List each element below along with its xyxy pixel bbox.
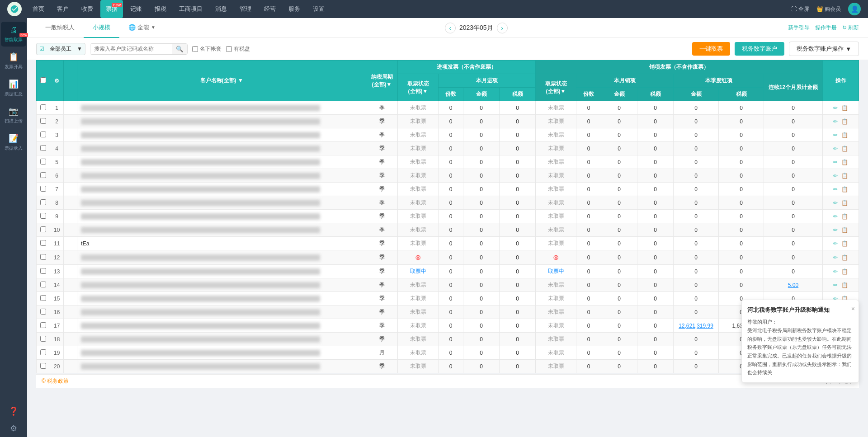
edit-icon[interactable]: ✏	[833, 240, 838, 247]
edit-icon[interactable]: ✏	[833, 200, 838, 206]
nav-settings[interactable]: 设置	[307, 0, 330, 18]
row-checkbox[interactable]	[40, 254, 46, 260]
edit-icon[interactable]: ✏	[833, 132, 838, 138]
th-tax-period[interactable]: 纳税周期(全部)▼	[366, 61, 398, 101]
copy-icon[interactable]: 📋	[841, 118, 848, 125]
row-checkbox[interactable]	[40, 118, 46, 124]
copy-icon[interactable]: 📋	[841, 146, 848, 152]
subordinate-accounts-checkbox[interactable]: 名下帐套	[192, 45, 222, 53]
row-checkbox[interactable]	[40, 132, 46, 137]
row-checkbox[interactable]	[40, 309, 46, 315]
staff-selector[interactable]: ☑ 全部员工 ▼	[36, 43, 85, 55]
client-search-input[interactable]	[90, 44, 172, 54]
edit-icon[interactable]: ✏	[833, 173, 838, 179]
row-checkbox[interactable]	[40, 349, 46, 355]
edit-icon[interactable]: ✏	[833, 105, 838, 111]
digital-account-op-btn[interactable]: 税务数字账户操作 ▼	[789, 42, 859, 56]
tab-all[interactable]: 🌐 全能 ▼	[119, 18, 165, 38]
prev-month-btn[interactable]: ‹	[445, 23, 456, 33]
row-checkbox[interactable]	[40, 336, 46, 342]
nav-manage[interactable]: 管理	[234, 0, 257, 18]
copy-icon[interactable]: 📋	[841, 186, 848, 193]
row-checkbox[interactable]	[40, 199, 46, 205]
nav-industry[interactable]: 工商项目	[174, 0, 208, 18]
notification-close-btn[interactable]: ×	[851, 304, 855, 314]
digital-account-btn[interactable]: 税务数字账户	[735, 42, 784, 56]
sidebar-item-entry[interactable]: 📝 票据录入	[1, 130, 26, 155]
row-checkbox[interactable]	[40, 268, 46, 274]
sidebar-item-settings[interactable]: ⚙	[1, 420, 26, 437]
one-click-fetch-btn[interactable]: 一键取票	[692, 42, 730, 56]
row-in-amount-cell: 0	[463, 196, 500, 210]
copy-icon[interactable]: 📋	[841, 159, 848, 165]
row-in-amount-cell: 0	[463, 169, 500, 183]
tab-general[interactable]: 一般纳税人	[36, 18, 84, 38]
row-in-amount-cell: 0	[463, 237, 500, 250]
edit-icon[interactable]: ✏	[833, 118, 838, 125]
select-all-checkbox[interactable]	[40, 77, 46, 83]
new-guide-link[interactable]: 新手引导	[788, 24, 810, 32]
copy-icon[interactable]: 📋	[841, 200, 848, 206]
manual-link[interactable]: 操作手册	[815, 24, 837, 32]
row-checkbox[interactable]	[40, 363, 46, 369]
edit-icon[interactable]: ✏	[833, 282, 838, 288]
refresh-link[interactable]: ↻ 刷新	[842, 24, 859, 32]
nav-service[interactable]: 服务	[283, 0, 306, 18]
edit-icon[interactable]: ✏	[833, 159, 838, 165]
edit-icon[interactable]: ✏	[833, 227, 838, 233]
pending-status: 未取票	[548, 104, 564, 111]
copy-icon[interactable]: 📋	[841, 173, 848, 179]
row-checkbox[interactable]	[40, 213, 46, 219]
nav-ticket[interactable]: 票据 new	[100, 0, 123, 18]
member-btn[interactable]: 👑 购会员	[816, 5, 841, 13]
copy-icon[interactable]: 📋	[841, 282, 848, 288]
column-settings-icon[interactable]: ⚙	[54, 78, 59, 84]
nav-home[interactable]: 首页	[27, 0, 50, 18]
row-out-count-cell: 0	[576, 237, 601, 250]
client-search-button[interactable]: 🔍	[172, 44, 187, 54]
th-out-status[interactable]: 取票状态(全部)▼	[536, 74, 576, 101]
nav-accounting[interactable]: 记账	[125, 0, 147, 18]
copy-icon[interactable]: 📋	[841, 254, 848, 261]
copy-icon[interactable]: 📋	[841, 213, 848, 220]
th-in-status[interactable]: 取票状态(全部)▼	[398, 74, 439, 101]
nav-tax[interactable]: 报税	[149, 0, 172, 18]
sidebar-item-scan[interactable]: 📷 扫描上传	[1, 103, 26, 128]
sidebar-item-help[interactable]: ❓	[1, 403, 26, 420]
edit-icon[interactable]: ✏	[833, 213, 838, 220]
row-checkbox[interactable]	[40, 172, 46, 178]
edit-icon[interactable]: ✏	[833, 146, 838, 152]
nav-operation[interactable]: 经营	[259, 0, 281, 18]
copy-icon[interactable]: 📋	[841, 268, 848, 275]
edit-icon[interactable]: ✏	[833, 186, 838, 193]
nav-fee[interactable]: 收费	[76, 0, 99, 18]
copy-icon[interactable]: 📋	[841, 132, 848, 138]
row-checkbox[interactable]	[40, 240, 46, 246]
fullscreen-btn[interactable]: ⛶ 全屏	[791, 5, 809, 13]
row-checkbox[interactable]	[40, 159, 46, 164]
row-checkbox[interactable]	[40, 226, 46, 232]
copy-icon[interactable]: 📋	[841, 227, 848, 233]
th-client-name[interactable]: 客户名称(全部) ▼	[77, 61, 366, 101]
edit-icon[interactable]: ✏	[833, 268, 838, 275]
nav-client[interactable]: 客户	[52, 0, 74, 18]
row-no2-cell	[64, 237, 77, 250]
edit-icon[interactable]: ✏	[833, 254, 838, 261]
tax-policy-link[interactable]: © 税务政策	[42, 377, 69, 385]
sidebar-item-open[interactable]: 📋 发票开具	[1, 48, 26, 74]
row-checkbox[interactable]	[40, 145, 46, 151]
row-checkbox[interactable]	[40, 282, 46, 287]
row-checkbox[interactable]	[40, 295, 46, 301]
copy-icon[interactable]: 📋	[841, 240, 848, 247]
user-avatar[interactable]: 👤	[848, 3, 861, 15]
nav-message[interactable]: 消息	[210, 0, 232, 18]
next-month-btn[interactable]: ›	[497, 23, 508, 33]
row-checkbox[interactable]	[40, 322, 46, 328]
sidebar-item-fetch[interactable]: 🖨 智能取票 new	[1, 22, 26, 47]
row-checkbox[interactable]	[40, 186, 46, 192]
copy-icon[interactable]: 📋	[841, 105, 848, 111]
row-checkbox[interactable]	[40, 104, 46, 110]
tab-small[interactable]: 小规模	[84, 18, 119, 38]
sidebar-item-summary[interactable]: 📊 票据汇总	[1, 75, 26, 101]
has-taxpad-checkbox[interactable]: 有税盘	[226, 45, 250, 53]
